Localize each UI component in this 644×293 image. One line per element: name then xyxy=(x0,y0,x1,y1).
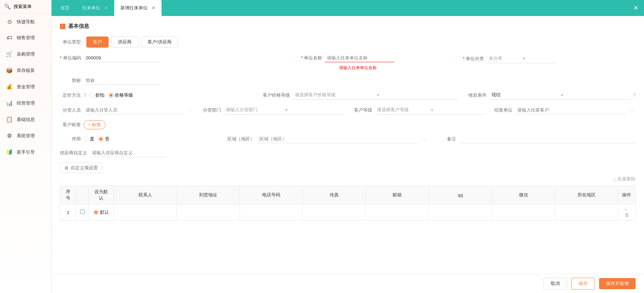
col-address: 到货地址 xyxy=(177,186,240,204)
tab-new-partner[interactable]: 新增往来单位 ✕ xyxy=(114,0,162,16)
region-label: 区域（地区） xyxy=(227,136,254,142)
supplier-custom-input[interactable] xyxy=(90,149,166,157)
search-menu[interactable]: 🔍 搜索菜单 xyxy=(0,0,51,14)
tab-home[interactable]: 首页 xyxy=(54,0,76,16)
row-region-input[interactable] xyxy=(559,210,614,215)
sidebar-item-basic-info[interactable]: 📋 基础信息 xyxy=(0,111,51,128)
col-email: 邮箱 xyxy=(366,186,429,204)
sidebar-item-system[interactable]: ⚙ 系统管理 xyxy=(0,128,51,144)
sidebar-item-inventory[interactable]: 📦 库存核算 xyxy=(0,62,51,79)
sidebar-item-finance[interactable]: 💰 资金管理 xyxy=(0,79,51,95)
sidebar-item-label: 库存核算 xyxy=(17,67,35,74)
email-input[interactable] xyxy=(369,210,425,215)
pricing-help-icon[interactable]: ? xyxy=(84,92,86,98)
yes-radio[interactable] xyxy=(84,137,88,141)
unit-type-both[interactable]: 客户/供应商 xyxy=(141,36,178,48)
sidebar-item-purchase[interactable]: 🛒 采购管理 xyxy=(0,46,51,62)
fax-input[interactable] xyxy=(306,210,362,215)
customer-level-select[interactable]: 请选择客户等级 ▼ xyxy=(375,105,485,115)
region-input[interactable] xyxy=(257,135,419,143)
section-title: 基本信息 xyxy=(68,23,89,30)
discount-radio[interactable] xyxy=(89,93,94,98)
code-input[interactable] xyxy=(84,54,160,62)
custom-settings-row: ⚙ 自定义项设置 xyxy=(60,163,636,173)
unit-type-customer[interactable]: 客户 xyxy=(86,36,109,48)
note-input[interactable] xyxy=(459,135,636,143)
save-new-button[interactable]: 保存并新增 xyxy=(599,278,636,289)
sidebar-item-sales[interactable]: 🏷 销售管理 xyxy=(0,30,51,46)
disabled-label: 停用 xyxy=(60,136,81,142)
row-region[interactable] xyxy=(555,204,618,221)
section-header: 基本信息 xyxy=(60,23,636,30)
short-name-input[interactable] xyxy=(84,76,160,85)
search-icon: 🔍 xyxy=(4,3,11,10)
sidebar-item-operations[interactable]: 📊 经营管理 xyxy=(0,95,51,111)
sidebar-item-guide[interactable]: 🔰 新手引导 xyxy=(0,144,51,160)
col-phone: 电话号码 xyxy=(240,186,303,204)
wechat-input[interactable] xyxy=(496,210,551,215)
settlement-input[interactable] xyxy=(515,106,627,114)
row-phone[interactable] xyxy=(240,204,303,221)
row-wechat[interactable] xyxy=(492,204,555,221)
tab-partners-close[interactable]: ✕ xyxy=(104,6,108,10)
pricing-discount-option[interactable]: 折扣 xyxy=(89,92,104,98)
cancel-button[interactable]: 取消 xyxy=(543,278,567,290)
default-radio[interactable] xyxy=(94,210,99,215)
chevron-down-icon: ▼ xyxy=(522,57,554,60)
phone-input[interactable] xyxy=(243,210,299,215)
row-qq[interactable] xyxy=(429,204,492,221)
form-row-manager: 分管人员 ··· 分管部门 请输入分管部门 ▼ 客户等级 请选择客户等级 ▼ 结… xyxy=(60,105,636,115)
unit-type-supplier[interactable]: 供应商 xyxy=(111,36,138,48)
payment-select[interactable]: 现结 ▼ xyxy=(489,90,630,100)
settlement-more-btn[interactable]: ··· xyxy=(629,107,636,113)
form-group-payment: 收款条件 现结 ▼ ? xyxy=(466,90,636,100)
row-email[interactable] xyxy=(366,204,429,221)
batch-delete-icon: □ xyxy=(613,177,616,182)
row-contact[interactable] xyxy=(114,204,177,221)
settlement-label: 结算单位 xyxy=(492,107,512,113)
close-all-tabs[interactable]: ✕ xyxy=(630,3,641,13)
form-row-tags: 客户标签 + 标签 xyxy=(60,120,636,129)
manager-more-btn[interactable]: ··· xyxy=(187,107,193,113)
form-row-supplier-custom: 供应商自定义 xyxy=(60,149,636,157)
sidebar-item-label: 销售管理 xyxy=(17,35,35,41)
disabled-no-option[interactable]: 否 xyxy=(99,136,109,142)
tab-new-partner-close[interactable]: ✕ xyxy=(152,6,155,10)
add-row-btn[interactable]: + xyxy=(624,207,627,212)
region-more-btn[interactable]: ··· xyxy=(422,136,428,142)
contact-input[interactable] xyxy=(117,210,173,215)
manager-label: 分管人员 xyxy=(60,107,81,113)
default-radio-item[interactable]: 默认 xyxy=(92,209,110,215)
custom-settings-btn[interactable]: ⚙ 自定义项设置 xyxy=(60,163,102,173)
delete-row-btn[interactable]: 🗑 xyxy=(625,212,629,218)
form-group-note: 备注 xyxy=(435,135,636,143)
price-level-radio[interactable] xyxy=(109,93,113,98)
row-address[interactable] xyxy=(177,204,240,221)
no-radio[interactable] xyxy=(99,137,103,141)
manager-input[interactable] xyxy=(84,106,184,114)
dept-label: 分管部门 xyxy=(200,107,221,113)
pricing-level-option[interactable]: 价格等级 xyxy=(109,92,133,98)
batch-delete-btn[interactable]: 批量删除 xyxy=(618,176,636,182)
qq-input[interactable] xyxy=(432,210,488,215)
form-group-settlement: 结算单位 ··· xyxy=(492,106,636,114)
customer-price-select[interactable]: 请选择客户价格等级 ▼ xyxy=(293,90,459,100)
dept-select[interactable]: 请输入分管部门 ▼ xyxy=(224,105,344,115)
row-fax[interactable] xyxy=(303,204,366,221)
payment-help-icon[interactable]: ? xyxy=(633,92,636,98)
quick-nav-icon: ⊙ xyxy=(6,18,13,25)
form-row-code-name-category: 单位编码 单位名称 请输入往来单位名称 单位分类 未分类 ▼ xyxy=(60,54,636,71)
save-button[interactable]: 保存 xyxy=(571,278,595,290)
sidebar-item-quick-nav[interactable]: ⊙ 快捷导航 xyxy=(0,14,51,30)
add-tag-btn[interactable]: + 标签 xyxy=(84,120,105,129)
gear-icon: ⚙ xyxy=(64,165,69,171)
category-select[interactable]: 未分类 ▼ xyxy=(487,54,556,63)
address-input[interactable] xyxy=(180,210,236,215)
tab-partners[interactable]: 往来单位 ✕ xyxy=(76,0,114,16)
form-group-region: 区域（地区） ··· xyxy=(227,135,428,143)
disabled-yes-option[interactable]: 是 xyxy=(84,136,94,142)
section-icon xyxy=(60,24,65,29)
name-input[interactable] xyxy=(325,54,394,62)
finance-icon: 💰 xyxy=(6,83,13,90)
row-checkbox[interactable] xyxy=(80,210,85,214)
